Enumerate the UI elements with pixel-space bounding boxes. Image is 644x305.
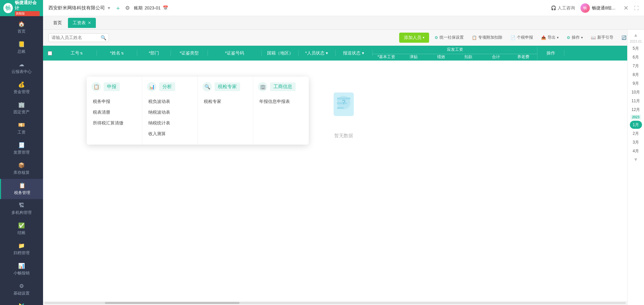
menu-item-tax-table[interactable]: 税表清册 <box>91 107 137 118</box>
filter-icon[interactable]: ▼ <box>325 51 329 55</box>
add-person-button[interactable]: 添加人员 ▾ <box>399 33 429 43</box>
th-xingming: *姓名 ⇅ <box>97 50 137 56</box>
menu-item-pay-stat[interactable]: 纳税统计表 <box>147 118 193 128</box>
timeline-month-3[interactable]: 3月 <box>630 138 642 146</box>
menu-item-pay-wave[interactable]: 纳税波动表 <box>147 107 193 118</box>
ledger-icon: 📒 <box>18 41 25 47</box>
timeline-month-8[interactable]: 8月 <box>630 71 642 79</box>
sidebar-item-home[interactable]: 🏠 首页 <box>0 17 43 38</box>
chevron-down-icon: ▼ <box>107 6 111 10</box>
tax-return-label: 个税申报 <box>517 35 533 40</box>
timeline-up-button[interactable]: ▲ <box>634 32 638 38</box>
fenxi-icon: 📊 <box>147 82 156 91</box>
timeline-month-4[interactable]: 4月 <box>630 147 642 155</box>
timeline-month-1-active[interactable]: 1月 <box>630 121 642 129</box>
sidebar-item-ledger[interactable]: 📒 总账 <box>0 38 43 58</box>
timeline-month-2[interactable]: 2月 <box>630 129 642 138</box>
expand-icon[interactable]: ⛶ <box>634 5 639 11</box>
username: 畅捷通8组... <box>592 5 615 11</box>
sort-gongzhao[interactable]: 工号 ⇅ <box>71 50 83 56</box>
menu-item-tax-wave[interactable]: 税负波动表 <box>147 96 193 107</box>
sidebar-item-invoice[interactable]: 🧾 发票管理 <box>0 139 43 159</box>
tab-close-icon[interactable]: ✕ <box>88 21 91 25</box>
tax-return-button[interactable]: 📄 个税申报 <box>508 33 536 42</box>
sidebar-item-label: 小畅报销 <box>13 270 30 276</box>
assets-icon: 🏢 <box>18 102 25 108</box>
guide-label: 新手引导 <box>597 35 613 40</box>
app-title: 畅捷通好会计 <box>15 0 40 10</box>
empty-icon: ? <box>327 87 361 127</box>
tab-home[interactable]: 首页 <box>48 18 67 28</box>
close-icon[interactable]: ✕ <box>623 4 629 12</box>
timeline-month-11[interactable]: 11月 <box>630 97 642 105</box>
home-icon: 🏠 <box>18 21 25 27</box>
select-all-checkbox[interactable] <box>48 51 52 55</box>
operate-button[interactable]: ⚙ 操作 ▾ <box>564 33 585 42</box>
tab-salary-label: 工资表 <box>73 20 86 26</box>
user-menu[interactable]: 畅 畅捷通8组... <box>580 3 615 13</box>
calendar-icon[interactable]: 📅 <box>163 5 168 10</box>
search-input[interactable] <box>51 35 99 40</box>
operate-icon: ⚙ <box>567 35 570 40</box>
avatar: 畅 <box>580 3 590 13</box>
sidebar-item-fixed-assets[interactable]: 🏢 固定资产 <box>0 98 43 118</box>
menu-item-annual-report[interactable]: 年报信息申报表 <box>258 96 304 107</box>
timeline-month-7[interactable]: 7月 <box>630 62 642 70</box>
scrollbar-thumb[interactable] <box>105 302 239 304</box>
export-button[interactable]: 📤 导出 ▾ <box>538 33 561 42</box>
headset-icon: 🎧 <box>551 5 556 10</box>
dropdown-cat-shenbao: 📋 申报 <box>91 82 137 91</box>
special-deduct-button[interactable]: 📋 专项附加扣除 <box>469 33 505 42</box>
sidebar-item-settle[interactable]: ✅ 结账 <box>0 219 43 239</box>
sidebar-item-basic[interactable]: ⚙ 基础设置 <box>0 279 43 300</box>
filter-icon[interactable]: ▼ <box>361 51 365 55</box>
settings-icon[interactable]: ⚙ <box>125 5 130 11</box>
sidebar: 畅 畅捷通好会计 旗舰版 🏠 首页 📒 总账 ☁ 云报表中心 💰 资金管理 🏢 … <box>0 0 43 305</box>
service-button[interactable]: 🎧 人工咨询 <box>551 5 575 11</box>
sidebar-item-cloud-report[interactable]: ☁ 云报表中心 <box>0 58 43 78</box>
th-zhengjian-num-label: *证鉴号码 <box>225 50 244 56</box>
sidebar-item-label: 发票管理 <box>13 150 30 155</box>
timeline-year-2023: 2023 <box>631 115 641 120</box>
guide-icon: 🔰 <box>18 303 25 305</box>
fenxi-label: 分析 <box>159 82 175 91</box>
menu-item-income-calc[interactable]: 所得税汇算清缴 <box>91 118 137 128</box>
timeline-month-6[interactable]: 6月 <box>630 53 642 61</box>
social-security-button[interactable]: ⚙ 统一社保设置 <box>432 33 466 42</box>
timeline-month-12[interactable]: 12月 <box>630 106 642 114</box>
add-company-button[interactable]: ＋ <box>115 4 121 12</box>
th-yingfa: 应发工资 *基本工资 津贴 绩效 扣款 合计 养老费 <box>373 47 537 60</box>
tab-salary[interactable]: 工资表 ✕ <box>68 18 96 28</box>
menu-item-tax-apply[interactable]: 税务申报 <box>91 96 137 107</box>
company-selector[interactable]: 西安虾米网络科技有限公司 ▼ <box>48 5 111 11</box>
main-content: 🔍 添加人员 ▾ ⚙ 统一社保设置 📋 专项附加扣除 📄 个税申报 📤 导出 <box>43 30 644 305</box>
timeline-down-button[interactable]: ▼ <box>634 157 638 162</box>
th-jixiao: 绩效 <box>427 54 455 60</box>
sidebar-item-label: 多机构管理 <box>11 210 32 216</box>
sidebar-item-multi-org[interactable]: 🏗 多机构管理 <box>0 199 43 219</box>
timeline-month-5[interactable]: 5月 <box>630 44 642 52</box>
sort-xingming[interactable]: *姓名 ⇅ <box>110 50 124 56</box>
sidebar-nav: 🏠 首页 📒 总账 ☁ 云报表中心 💰 资金管理 🏢 固定资产 💴 工资 🧾 发… <box>0 16 43 305</box>
menu-item-tax-expert[interactable]: 税检专家 <box>202 96 248 107</box>
sidebar-item-report[interactable]: 📊 小畅报销 <box>0 259 43 279</box>
th-gongzhao: 工号 ⇅ <box>56 50 97 56</box>
inventory-icon: 📦 <box>18 162 25 168</box>
sidebar-item-label: 结账 <box>17 230 26 236</box>
sidebar-item-salary[interactable]: 💴 工资 <box>0 118 43 139</box>
menu-item-income-calc2[interactable]: 收入测算 <box>147 128 193 139</box>
sidebar-item-guide[interactable]: 🔰 新手引导 <box>0 300 43 305</box>
sidebar-item-fund[interactable]: 💰 资金管理 <box>0 78 43 98</box>
sidebar-item-tax[interactable]: 📋 税务管理 <box>0 179 43 199</box>
horizontal-scrollbar <box>43 301 627 305</box>
search-icon: 🔍 <box>101 35 106 40</box>
sidebar-item-inventory[interactable]: 📦 库存核算 <box>0 159 43 179</box>
logo-text-block: 畅捷通好会计 旗舰版 <box>15 0 40 16</box>
th-zhengjian: *证鉴类型 <box>171 50 208 56</box>
chevron-down-icon: ▾ <box>581 36 583 39</box>
guide-button[interactable]: 📖 新手引导 <box>588 33 616 42</box>
timeline-month-10[interactable]: 10月 <box>630 88 642 96</box>
timeline-month-9[interactable]: 9月 <box>630 79 642 87</box>
salary-icon: 💴 <box>18 122 25 128</box>
sidebar-item-archive[interactable]: 📁 归档管理 <box>0 239 43 259</box>
